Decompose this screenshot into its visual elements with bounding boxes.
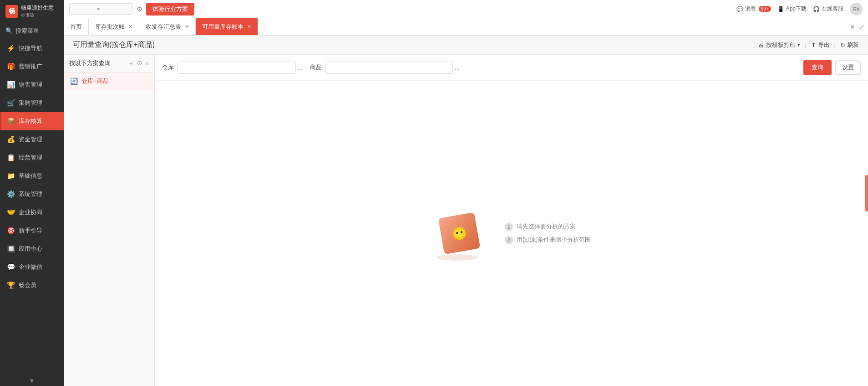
content-area: 按以下方案查询 ＋ ⊙ « 🔄 仓库+商品 仓库 ... (64, 55, 868, 386)
app-edition: 标准版 (21, 12, 54, 18)
empty-illustration: 😶 (432, 206, 487, 261)
hint-num-2: 2 (505, 236, 513, 244)
basic-info-icon: 📁 (7, 172, 15, 180)
tab-available-ledger-close[interactable]: ✕ (247, 24, 251, 30)
sidebar-label-basic-info: 基础信息 (19, 172, 42, 180)
online-service-icon: 🎧 (813, 6, 820, 12)
app-download-button[interactable]: 📱 App下载 (777, 5, 807, 13)
sidebar-item-enterprise-wechat[interactable]: 💬 企业微信 (0, 258, 64, 276)
message-label: 消息 (745, 5, 756, 13)
sidebar-label-finance: 资金管理 (19, 135, 42, 144)
sidebar-item-new-guide[interactable]: 🎯 新手引导 (0, 221, 64, 240)
topbar: ▾ ⚙ 体验行业方案 💬 消息 99+ 📱 App下载 🎧 在线客服 Rit (64, 0, 868, 18)
sidebar-item-inventory[interactable]: 📦 库存核算 (0, 112, 64, 130)
sidebar-label-member: 畅会员 (19, 281, 36, 289)
export-icon: ⬆ (811, 41, 816, 48)
print-dropdown-icon[interactable]: ▾ (797, 42, 800, 48)
app-name: 畅康通好生意 (21, 5, 54, 12)
tab-batch-account[interactable]: 库存批次账 ✕ (89, 18, 139, 35)
sidebar-label-enterprise-wechat: 企业微信 (19, 263, 42, 271)
product-filter: 商品 ... (310, 62, 460, 74)
sidebar-item-purchase[interactable]: 🛒 采购管理 (0, 94, 64, 112)
topbar-gear-icon[interactable]: ⚙ (137, 5, 142, 13)
refresh-button[interactable]: ↻ 刷新 (840, 41, 859, 49)
tab-inventory-summary-close[interactable]: ✕ (185, 24, 189, 30)
add-scheme-icon[interactable]: ＋ (128, 59, 134, 67)
avatar-text: Rit (853, 6, 859, 12)
separator-1: | (805, 41, 806, 48)
hint-text-1: 请先选择要分析的方案 (517, 222, 576, 231)
tab-close-button[interactable]: ✕ (850, 23, 855, 31)
topbar-search-area[interactable]: ▾ (69, 3, 133, 15)
tab-available-ledger[interactable]: 可用量库存账本 ✕ (196, 18, 258, 35)
collapse-panel-icon[interactable]: « (145, 59, 149, 67)
sidebar-item-marketing[interactable]: 🎁 营销推广 (0, 57, 64, 76)
sidebar-label-enterprise: 企业协同 (19, 208, 42, 216)
new-guide-icon: 🎯 (7, 226, 15, 235)
settings-scheme-icon[interactable]: ⊙ (137, 59, 142, 67)
quick-nav-icon: ⚡ (7, 44, 15, 52)
print-icon: 🖨 (758, 41, 764, 48)
product-input[interactable] (325, 62, 453, 74)
right-content: 仓库 ... 商品 ... 查询 设置 (155, 55, 868, 386)
scheme-item-icon: 🔄 (70, 77, 78, 85)
user-avatar[interactable]: Rit (850, 3, 863, 15)
sidebar-item-basic-info[interactable]: 📁 基础信息 (0, 167, 64, 185)
sidebar-item-app-center[interactable]: 🔲 应用中心 (0, 240, 64, 258)
tab-inventory-summary-label: 收发存汇总表 (146, 23, 181, 31)
sidebar-label-quick-nav: 快捷导航 (19, 44, 42, 52)
tab-home[interactable]: 首页 (64, 18, 89, 35)
sidebar-nav: ⚡ 快捷导航 🎁 营销推广 📊 销售管理 🛒 采购管理 📦 库存核算 💰 资金管… (0, 39, 64, 376)
warehouse-more-btn[interactable]: ... (298, 64, 303, 71)
tab-inventory-summary[interactable]: 收发存汇总表 ✕ (139, 18, 196, 35)
sidebar-item-sales[interactable]: 📊 销售管理 (0, 76, 64, 94)
tab-batch-account-label: 库存批次账 (95, 23, 125, 31)
inventory-icon: 📦 (7, 117, 15, 125)
export-button[interactable]: ⬆ 导出 (811, 41, 830, 49)
app-download-label: App下载 (786, 5, 807, 13)
sidebar-search[interactable]: 🔍 搜索菜单 (0, 23, 64, 39)
message-button[interactable]: 💬 消息 99+ (736, 5, 771, 13)
query-button[interactable]: 查询 (803, 60, 832, 75)
warehouse-filter: 仓库 ... (162, 62, 303, 74)
sidebar-label-inventory: 库存核算 (19, 117, 42, 125)
solution-button[interactable]: 体验行业方案 (146, 3, 194, 15)
product-more-btn[interactable]: ... (455, 64, 460, 71)
empty-state-inner: 😶 1 请先选择要分析的方案 2 用[过滤]条件来缩小分析范围 (432, 206, 591, 261)
sidebar-label-system: 系统管理 (19, 190, 42, 198)
online-service-label: 在线客服 (822, 5, 843, 13)
online-service-button[interactable]: 🎧 在线客服 (813, 5, 843, 13)
sidebar-logo: 畅 畅康通好生意 标准版 (0, 0, 64, 23)
scheme-item-warehouse-product[interactable]: 🔄 仓库+商品 (64, 72, 154, 90)
tab-expand-button[interactable]: ⤢ (859, 23, 864, 31)
sidebar-item-system[interactable]: ⚙️ 系统管理 (0, 185, 64, 203)
sidebar-item-member[interactable]: 🏆 畅会员 (0, 276, 64, 294)
left-panel-icon-group: ＋ ⊙ « (128, 59, 149, 67)
page-header-actions: 🖨 按模板打印 ▾ | ⬆ 导出 | ↻ 刷新 (758, 41, 859, 49)
main-content: ▾ ⚙ 体验行业方案 💬 消息 99+ 📱 App下载 🎧 在线客服 Rit (64, 0, 868, 386)
warehouse-input[interactable] (178, 62, 296, 74)
tab-batch-account-close[interactable]: ✕ (128, 24, 132, 30)
settings-button[interactable]: 设置 (835, 60, 861, 75)
sidebar-scroll-down[interactable]: ▼ (0, 376, 64, 386)
right-accent-bar (865, 175, 868, 211)
left-panel-header: 按以下方案查询 ＋ ⊙ « (64, 55, 154, 72)
empty-box-icon: 😶 (438, 212, 481, 255)
print-template-button[interactable]: 🖨 按模板打印 ▾ (758, 41, 800, 49)
sidebar-item-finance[interactable]: 💰 资金管理 (0, 130, 64, 149)
scheme-item-label: 仓库+商品 (81, 77, 109, 85)
sidebar-label-new-guide: 新手引导 (19, 226, 42, 235)
topbar-dropdown-icon[interactable]: ▾ (97, 6, 100, 12)
empty-hint-list: 1 请先选择要分析的方案 2 用[过滤]条件来缩小分析范围 (505, 222, 591, 244)
left-panel-title: 按以下方案查询 (69, 59, 111, 67)
sidebar-item-enterprise[interactable]: 🤝 企业协同 (0, 203, 64, 221)
topbar-actions: 💬 消息 99+ 📱 App下载 🎧 在线客服 Rit (736, 3, 863, 15)
tabs-right-actions: ✕ ⤢ (850, 23, 868, 31)
sidebar-item-quick-nav[interactable]: ⚡ 快捷导航 (0, 39, 64, 57)
tab-home-label: 首页 (70, 23, 82, 31)
sidebar-label-operations: 经营管理 (19, 154, 42, 162)
export-label: 导出 (818, 41, 830, 49)
operations-icon: 📋 (7, 154, 15, 162)
sidebar-item-operations[interactable]: 📋 经营管理 (0, 149, 64, 167)
enterprise-wechat-icon: 💬 (7, 263, 15, 271)
